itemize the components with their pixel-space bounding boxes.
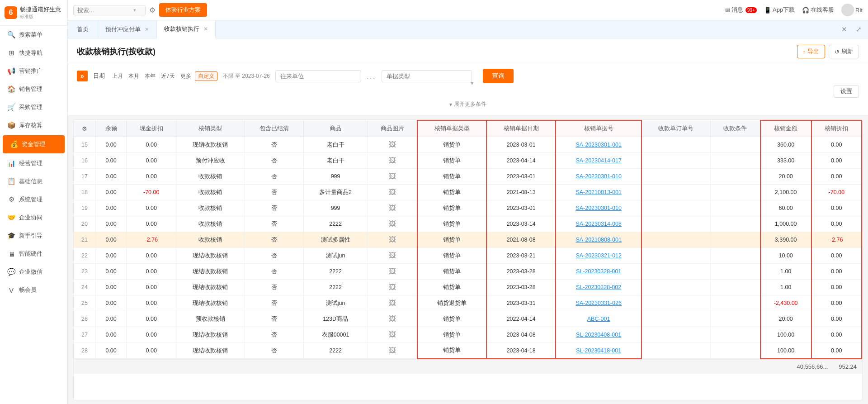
verify-bill-no-link[interactable]: SA-20210808-001 — [576, 237, 621, 243]
notif-badge: 99+ — [745, 7, 757, 13]
sidebar-item-shortcut[interactable]: ⊞快捷导航 — [0, 44, 67, 62]
app-download-item[interactable]: 📱 App下载 — [764, 6, 795, 14]
sidebar-item-enterprise[interactable]: 🤝企业协同 — [0, 209, 67, 227]
bill-type-input[interactable] — [382, 70, 472, 82]
verify-bill-no-link[interactable]: SL-20230328-001 — [576, 268, 621, 275]
cell-collection_condition — [710, 200, 760, 216]
cell-collection_order_no — [642, 327, 710, 343]
sidebar-item-wechat[interactable]: 💬企业微信 — [0, 263, 67, 281]
col-header-verify_amount: 核销金额 — [760, 120, 811, 137]
sidebar-item-newbie[interactable]: 🎓新手引导 — [0, 227, 67, 245]
tab-close-collection[interactable]: ✕ — [203, 26, 208, 32]
cell-product: 多计量商品2 — [303, 185, 368, 200]
cell-verify_bill_date: 2023-03-21 — [486, 248, 556, 264]
verify-bill-no-link[interactable]: SA-20230331-026 — [576, 300, 621, 306]
date-prev-month-btn[interactable]: 上月 — [110, 71, 125, 81]
cell-collection_order_no — [642, 232, 710, 248]
sidebar-item-purchase[interactable]: 🛒采购管理 — [0, 98, 67, 116]
cell-verify_bill_type: 销货单 — [417, 200, 486, 216]
verify-bill-no-link[interactable]: ABC-001 — [587, 316, 610, 322]
date-more-btn[interactable]: 更多 — [179, 71, 193, 81]
sidebar-item-funds[interactable]: 💰资金管理 — [3, 135, 65, 153]
cell-included_settled: 否 — [245, 169, 304, 185]
page-title: 收款核销执行(按收款) — [77, 46, 156, 57]
logo-name: 畅捷通谱好生意 — [20, 5, 61, 14]
sidebar-item-search[interactable]: 🔍搜索菜单 — [0, 26, 67, 44]
expand-row: ▾ 展开更多条件 — [77, 98, 859, 111]
table-header: ⚙余额现金折扣核销类型包含已结清商品商品图片核销单据类型核销单据日期核销单据号收… — [74, 120, 862, 137]
cell-product: 测试jun — [303, 248, 368, 264]
verify-bill-no-link[interactable]: SA-20210813-001 — [576, 189, 621, 195]
cell-verify_amount: 60.00 — [760, 200, 811, 216]
verify-bill-no-link[interactable]: SA-20230301-001 — [576, 142, 621, 148]
online-service-item[interactable]: 🎧 在线客服 — [802, 6, 834, 14]
tab-close-prepay[interactable]: ✕ — [145, 26, 149, 33]
product-image-icon: 🖼 — [389, 267, 396, 275]
tab-bar: 首页预付冲应付单✕收款核销执行✕ ✕ ⤢ — [68, 20, 868, 38]
sidebar-item-vip[interactable]: V畅会员 — [0, 281, 67, 299]
cell-verify_bill_type: 销货单 — [417, 137, 486, 153]
settings-button[interactable]: 设置 — [834, 85, 859, 98]
topbar-search-input[interactable] — [77, 7, 132, 14]
cell-collection_order_no — [642, 280, 710, 295]
sidebar-item-inventory[interactable]: 📦库存核算 — [0, 116, 67, 134]
cell-balance: 0.00 — [95, 153, 126, 169]
settings-icon[interactable]: ⚙ — [146, 3, 159, 17]
verify-bill-no-link[interactable]: SL-20230418-001 — [576, 347, 621, 354]
table-footer: 40,556,66... 952.24 — [74, 359, 862, 374]
expand-conditions-button[interactable]: ▾ 展开更多条件 — [449, 100, 486, 108]
cell-verify_bill_date: 2021-08-13 — [486, 185, 556, 200]
refresh-button[interactable]: ↺ 刷新 — [829, 45, 859, 58]
tab-collection[interactable]: 收款核销执行✕ — [157, 20, 216, 38]
topbar-left: ▾ ⚙ 体验行业方案 — [73, 3, 722, 17]
maximize-icon[interactable]: ⤢ — [853, 24, 864, 35]
verify-bill-no-link[interactable]: SA-20230301-010 — [576, 173, 621, 180]
col-header-settings_col: ⚙ — [74, 120, 95, 137]
cell-balance: 0.00 — [95, 200, 126, 216]
partner-input[interactable] — [275, 70, 361, 82]
total-amount: 40,556,66... — [797, 363, 828, 370]
export-button[interactable]: ↑ 导出 — [797, 45, 826, 58]
sidebar-label-system: 系统管理 — [19, 195, 42, 204]
verify-bill-no-link[interactable]: SL-20230328-002 — [576, 284, 621, 290]
newbie-icon: 🎓 — [7, 232, 15, 240]
cell-verify_amount: 2,100.00 — [760, 185, 811, 200]
tab-prepay[interactable]: 预付冲应付单✕ — [98, 20, 157, 38]
sidebar-item-basic[interactable]: 📋基础信息 — [0, 172, 67, 190]
sidebar-item-hardware[interactable]: 🖥智能硬件 — [0, 245, 67, 263]
verify-bill-no-link[interactable]: SA-20230314-008 — [576, 221, 621, 227]
date-custom-btn[interactable]: 自定义 — [195, 71, 217, 81]
col-header-balance: 余额 — [95, 120, 126, 137]
verify-bill-no-link[interactable]: SL-20230408-001 — [576, 332, 621, 338]
cell-verify_bill_type: 销货单 — [417, 216, 486, 232]
user-menu[interactable]: Rit — [841, 4, 863, 16]
date-cur-year-btn[interactable]: 本年 — [143, 71, 157, 81]
sidebar-label-basic: 基础信息 — [19, 177, 42, 185]
cell-verify_bill_date: 2023-03-01 — [486, 169, 556, 185]
product-image-icon: 🖼 — [389, 347, 396, 354]
cell-verify_bill_type: 销货单 — [417, 311, 486, 327]
cell-included_settled: 否 — [245, 248, 304, 264]
cell-product: 999 — [303, 169, 368, 185]
cell-collection_condition — [710, 153, 760, 169]
solution-button[interactable]: 体验行业方案 — [159, 3, 207, 17]
notification-item[interactable]: ✉ 消息 99+ — [725, 6, 757, 14]
close-window-icon[interactable]: ✕ — [838, 24, 850, 35]
verify-bill-no-link[interactable]: SA-20230414-017 — [576, 157, 621, 164]
date-7days-btn[interactable]: 近7天 — [159, 71, 177, 81]
sidebar-item-operations[interactable]: 📊经营管理 — [0, 154, 67, 172]
cell-product: 衣服00001 — [303, 327, 368, 343]
query-button[interactable]: 查询 — [483, 69, 514, 83]
verify-bill-no-link[interactable]: SA-20230301-010 — [576, 205, 621, 211]
filter-toggle-button[interactable]: » — [77, 71, 88, 81]
table-row: 180.00-70.00收款核销否多计量商品2🖼销货单2021-08-13SA-… — [74, 185, 862, 200]
topbar: ▾ ⚙ 体验行业方案 ✉ 消息 99+ 📱 App下载 🎧 在线客服 Rit — [68, 0, 868, 20]
sidebar-item-marketing[interactable]: 📢营销推广 — [0, 62, 67, 80]
date-cur-month-btn[interactable]: 本月 — [127, 71, 141, 81]
verify-bill-no-link[interactable]: SA-20230321-012 — [576, 252, 621, 259]
filter-dots: ... — [367, 71, 376, 81]
sidebar-item-system[interactable]: ⚙系统管理 — [0, 190, 67, 209]
cell-verify_type: 现结收款核销 — [176, 248, 245, 264]
sidebar-item-sales[interactable]: 🏠销售管理 — [0, 80, 67, 98]
tab-home[interactable]: 首页 — [68, 20, 98, 38]
